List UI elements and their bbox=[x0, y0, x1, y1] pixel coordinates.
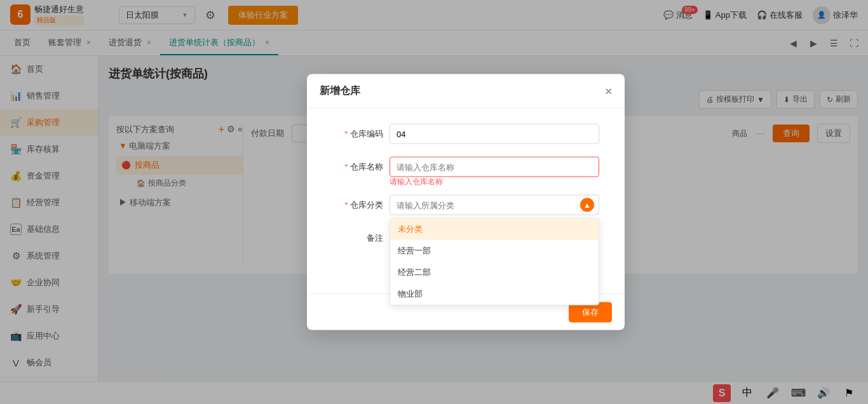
dropdown-item-dept1[interactable]: 经营一部 bbox=[390, 240, 599, 262]
dropdown-item-uncategorized[interactable]: 未分类 bbox=[390, 219, 599, 240]
category-select-wrapper: ▲ 未分类 经营一部 经营二部 物业部 bbox=[390, 195, 599, 215]
name-label: 仓库名称 bbox=[332, 157, 390, 173]
category-label: 仓库分类 bbox=[332, 195, 390, 211]
dropdown-item-dept2[interactable]: 经营二部 bbox=[390, 262, 599, 283]
form-row-code: 仓库编码 bbox=[332, 124, 599, 144]
category-input[interactable] bbox=[390, 195, 599, 215]
form-row-name: 仓库名称 请输入仓库名称 bbox=[332, 157, 599, 177]
category-toggle-button[interactable]: ▲ bbox=[580, 198, 594, 212]
category-dropdown: 未分类 经营一部 经营二部 物业部 bbox=[390, 218, 599, 306]
modal-body: 仓库编码 仓库名称 请输入仓库名称 仓库分类 ▲ 未分类 经营一部 经营二部 物… bbox=[307, 109, 625, 294]
modal-header: 新增仓库 × bbox=[307, 74, 625, 109]
add-warehouse-modal: 新增仓库 × 仓库编码 仓库名称 请输入仓库名称 仓库分类 ▲ 未分类 经营一部 bbox=[307, 74, 625, 330]
modal-close-button[interactable]: × bbox=[605, 85, 612, 97]
name-input[interactable] bbox=[390, 157, 599, 177]
dropdown-item-property[interactable]: 物业部 bbox=[390, 283, 599, 305]
note-label: 备注 bbox=[332, 228, 390, 244]
form-row-category: 仓库分类 ▲ 未分类 经营一部 经营二部 物业部 bbox=[332, 195, 599, 215]
name-error-message: 请输入仓库名称 bbox=[390, 177, 443, 187]
code-label: 仓库编码 bbox=[332, 124, 390, 140]
modal-title: 新增仓库 bbox=[320, 84, 360, 98]
code-input[interactable] bbox=[390, 124, 599, 144]
